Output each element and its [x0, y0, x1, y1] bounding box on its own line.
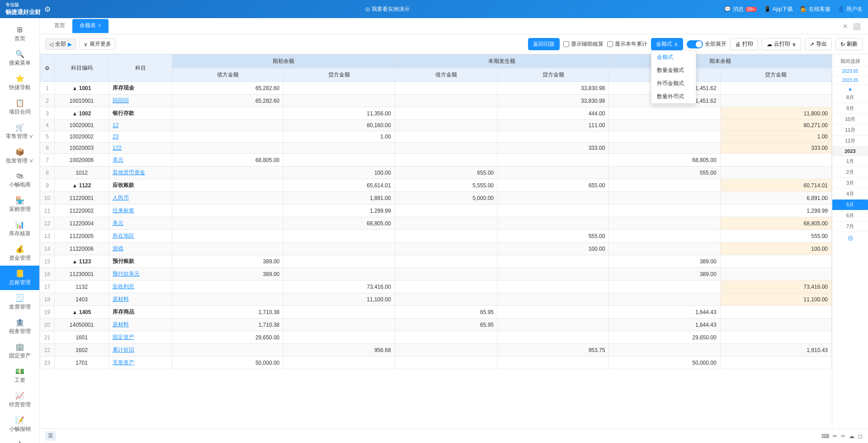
period-3[interactable]: 3月 — [832, 178, 868, 189]
bottom-icon-5[interactable]: ◻ — [858, 433, 863, 439]
period-8[interactable]: 8月 — [832, 92, 868, 103]
td-subject-name[interactable]: 库存现金 — [109, 82, 172, 95]
period-9[interactable]: 9月 — [832, 103, 868, 114]
sidebar-item-ecommerce[interactable]: 🛍 小畅电商 — [0, 168, 39, 192]
cloud-print-btn[interactable]: ☁ 云打印 ∨ — [762, 38, 801, 50]
expand-all-toggle[interactable]: 全部展开 — [687, 40, 726, 48]
bottom-icon-2[interactable]: ✏ — [833, 433, 837, 439]
td-subject-name[interactable]: 原材料 — [109, 293, 172, 306]
user-avatar[interactable]: 👤 用户名 — [838, 5, 863, 13]
td-subject-name[interactable]: 预付账款 — [109, 255, 172, 268]
td-subject-name[interactable]: 23 — [109, 131, 172, 143]
period-10[interactable]: 10月 — [832, 114, 868, 125]
td-subject-name[interactable]: 所在地区 — [109, 230, 172, 243]
bottom-icon-1[interactable]: ⌨ — [821, 433, 829, 439]
sidebar-item-wholesale[interactable]: 📦 批发管理 ∨ — [0, 144, 39, 168]
bottom-icon-4[interactable]: ☁ — [849, 433, 854, 439]
message-btn[interactable]: 💬 消息 99+ — [724, 5, 757, 13]
tab-balance[interactable]: 余额表 ✕ — [72, 19, 108, 33]
td-subject-name[interactable]: 库存商品 — [109, 306, 172, 319]
period-1[interactable]: 1月 — [832, 156, 868, 167]
sidebar-item-operation[interactable]: 📈 经营管理 — [0, 388, 39, 412]
sidebar-item-inventory[interactable]: 📊 库存核算 — [0, 217, 39, 241]
sidebar-item-home[interactable]: ⊞ 首页 — [0, 22, 39, 46]
show-year-total-checkbox[interactable] — [607, 41, 613, 47]
online-service-btn[interactable]: 💁 在线客服 — [800, 5, 830, 13]
period-7[interactable]: 7月 — [832, 221, 868, 232]
period-12[interactable]: 12月 — [832, 136, 868, 147]
bottom-icon-3[interactable]: ✂ — [841, 433, 845, 439]
app-download-btn[interactable]: 📱 App下载 — [764, 5, 793, 13]
breadcrumb-text: 全部 — [55, 40, 66, 48]
amount-style-btn[interactable]: 金额式 ∧ — [651, 38, 683, 50]
td-cur-credit — [498, 331, 609, 344]
expand-more-btn[interactable]: ∨ 展开更多 — [80, 38, 115, 50]
period-6[interactable]: 6月 — [832, 210, 868, 221]
print-btn[interactable]: 🖨 打印 — [730, 38, 758, 50]
bottom-lang-btn[interactable]: 英 — [45, 431, 56, 441]
sidebar-item-assets[interactable]: 🏢 固定资产 — [0, 339, 39, 363]
sidebar-item-expense[interactable]: 📝 小畅报销 — [0, 412, 39, 437]
sidebar-item-finance[interactable]: 💰 资金管理 — [0, 241, 39, 266]
settings-icon[interactable]: ⚙ — [44, 5, 51, 14]
period-5[interactable]: 5月 — [832, 200, 868, 210]
amount-style-item-4[interactable]: 数量外币式 — [651, 90, 696, 103]
window-expand-btn[interactable]: ⬜ — [852, 22, 861, 31]
td-ob-credit — [283, 243, 395, 255]
sidebar-item-ledger[interactable]: 📒 总账管理 — [0, 266, 39, 290]
td-ob-credit — [283, 331, 395, 344]
period-up-arrow[interactable]: ▲ — [847, 85, 854, 92]
sidebar-item-basic[interactable]: ℹ 基础信息 — [0, 437, 39, 443]
th-settings[interactable]: ⚙ — [40, 55, 55, 82]
sidebar-item-tax[interactable]: 🏦 税务管理 — [0, 314, 39, 339]
amount-style-item-1[interactable]: 金额式 — [651, 51, 696, 64]
td-subject-name[interactable]: 美元 — [109, 217, 172, 230]
td-ob-credit — [283, 95, 395, 107]
breadcrumb-arrow-icon[interactable]: ▶ — [68, 41, 72, 48]
sidebar-item-purchase[interactable]: 🏪 采购管理 — [0, 192, 39, 217]
window-close-btn[interactable]: ✕ — [841, 22, 850, 31]
td-subject-name[interactable]: 122 — [109, 143, 172, 154]
td-subject-name[interactable]: 银行存款 — [109, 107, 172, 120]
show-auxiliary-label[interactable]: 显示辅助核算 — [563, 40, 604, 48]
td-subject-name[interactable]: 人民币 — [109, 192, 172, 205]
td-subject-name[interactable]: 美元 — [109, 154, 172, 167]
tab-home[interactable]: 首页 — [47, 19, 72, 33]
td-cur-debit — [395, 293, 497, 306]
td-subject-name[interactable]: 往来标签 — [109, 205, 172, 217]
td-subject-name[interactable]: 游戏 — [109, 243, 172, 255]
td-subject-name[interactable]: 应收利息 — [109, 281, 172, 293]
period-year-2023[interactable]: 2023 — [832, 147, 868, 156]
sidebar-item-retail[interactable]: 🛒 零售管理 ∨ — [0, 119, 39, 144]
sidebar-item-contract[interactable]: 📋 项目合同 — [0, 95, 39, 119]
demo-link[interactable]: ◎ 我要看实例演示 — [365, 5, 410, 13]
period-collapse-btn[interactable]: ◎ — [846, 232, 855, 243]
show-auxiliary-checkbox[interactable] — [563, 41, 569, 47]
amount-style-item-2[interactable]: 数量金额式 — [651, 64, 696, 77]
period-2[interactable]: 2月 — [832, 167, 868, 178]
td-subject-name[interactable]: 固定资产 — [109, 331, 172, 344]
sidebar-item-salary[interactable]: 💵 工资 — [0, 363, 39, 388]
td-subject-name[interactable]: 原材料 — [109, 319, 172, 331]
td-subject-name[interactable]: 其他货币资金 — [109, 167, 172, 179]
td-subject-name[interactable]: 12 — [109, 120, 172, 131]
td-ob-debit — [172, 281, 283, 293]
td-subject-name[interactable]: 回回回 — [109, 95, 172, 107]
expand-all-switch[interactable] — [687, 40, 703, 48]
amount-style-item-3[interactable]: 外币金额式 — [651, 77, 696, 90]
sidebar-item-search[interactable]: 🔍 搜索菜单 — [0, 46, 39, 71]
tab-close-balance[interactable]: ✕ — [98, 23, 101, 28]
return-old-btn[interactable]: 返回旧版 — [528, 38, 560, 50]
td-subject-name[interactable]: 应收账款 — [109, 179, 172, 192]
td-subject-name[interactable]: 无形资产 — [109, 357, 172, 369]
refresh-btn[interactable]: ↻ 刷新 — [835, 38, 863, 50]
show-year-total-label[interactable]: 显示本年累计 — [607, 40, 647, 48]
period-4[interactable]: 4月 — [832, 189, 868, 200]
td-subject-name[interactable]: 累计折旧 — [109, 344, 172, 357]
amount-style-dropdown[interactable]: 金额式 ∧ 金额式 数量金额式 外币金额式 数量外币式 — [651, 38, 683, 50]
period-11[interactable]: 11月 — [832, 125, 868, 136]
sidebar-item-invoice[interactable]: 🧾 发票管理 — [0, 290, 39, 314]
export-btn[interactable]: ↗ 导出 — [805, 38, 832, 50]
td-subject-name[interactable]: 预付款美元 — [109, 268, 172, 281]
sidebar-item-nav[interactable]: ⭐ 快捷导航 — [0, 71, 39, 95]
